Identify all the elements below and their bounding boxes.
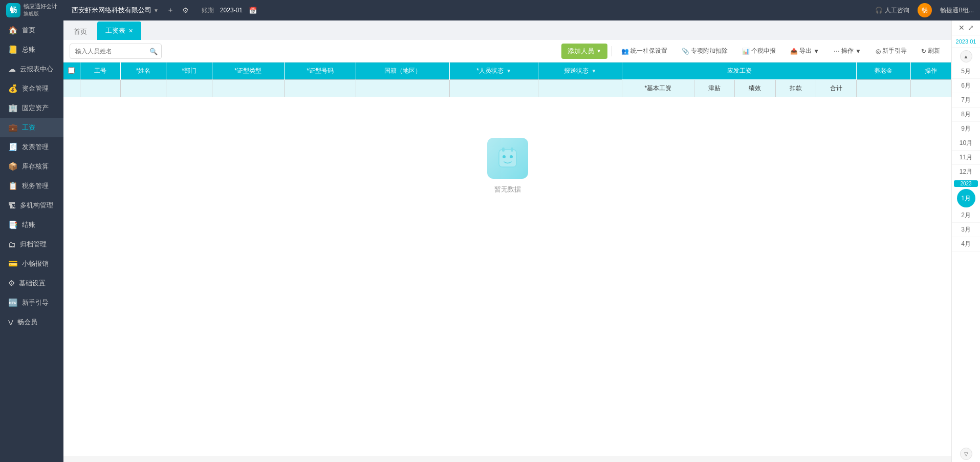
company-selector[interactable]: 西安虾米网络科技有限公司 ▼ [72,6,159,15]
month-item-11月[interactable]: 11月 [952,151,980,165]
inventory-icon: 📦 [8,162,18,171]
sidebar-label-tax: 税务管理 [22,181,49,191]
th-sub-deduction: 扣款 [775,80,816,97]
member-icon: V [8,318,13,327]
month-item-9月[interactable]: 9月 [952,122,980,136]
th-sub-nation [356,80,449,97]
month-item-current-2月[interactable]: 2月 [952,208,980,223]
sidebar-label-home: 首页 [22,26,35,35]
month-item-current-3月[interactable]: 3月 [952,223,980,237]
svg-point-2 [510,155,513,158]
calendar-icon[interactable]: 📅 [249,7,257,14]
right-panel-controls: ✕ ⤢ [952,20,980,35]
sidebar-label-archive: 归档管理 [20,240,47,249]
app-edition: 旗舰版 [24,10,57,17]
table-container[interactable]: 工号 *姓名 *部门 *证型类型 *证型号码 国籍（地区） *人员状态 ▼ 报送… [63,62,951,456]
month-item-5月[interactable]: 5月 [952,65,980,79]
sidebar-item-home[interactable]: 🏠首页 [0,20,63,40]
th-checkbox[interactable] [63,62,80,80]
tab-home[interactable]: 首页 [66,24,95,40]
tax-report-button[interactable]: 📊 个税申报 [737,44,781,59]
sidebar-item-inventory[interactable]: 📦库存核算 [0,157,63,176]
sidebar-item-payroll[interactable]: 💼工资 [0,118,63,137]
toolbar: 🔍 添加人员 ▼ 👥 统一社保设置 📎 专项附加扣除 📊 个税申报 📤 [63,40,951,62]
expand-panel-icon[interactable]: ⤢ [968,24,974,32]
guide-icon: 🆕 [8,298,18,307]
svg-point-1 [503,155,506,158]
close-panel-icon[interactable]: ✕ [959,24,965,32]
closing-icon: 📑 [8,220,18,229]
panel-nav-up-button[interactable]: ▲ [960,50,972,62]
special-deduction-button[interactable]: 📎 专项附加扣除 [677,44,733,59]
archive-icon: 🗂 [8,240,16,249]
th-sub-report-status [538,80,622,97]
panel-nav-down-button[interactable]: ▽ [960,448,972,460]
multi-org-icon: 🏗 [8,201,16,210]
settings-icon[interactable]: ⚙ [180,5,191,16]
th-id-no: *证型号码 [284,62,356,80]
sidebar-item-tax[interactable]: 📋税务管理 [0,176,63,196]
person-status-filter-icon[interactable]: ▼ [506,68,511,74]
search-icon[interactable]: 🔍 [149,47,158,55]
th-sub-total: 合计 [816,80,857,97]
sidebar-item-closing[interactable]: 📑结账 [0,215,63,235]
empty-icon [487,138,528,179]
month-item-8月[interactable]: 8月 [952,108,980,122]
scrollbar-area[interactable] [63,456,951,462]
operations-button[interactable]: ⋯ 操作 ▼ [829,44,866,59]
empty-state: 暂无数据 [63,97,951,235]
refresh-button[interactable]: ↻ 刷新 [916,44,945,59]
sidebar-item-archive[interactable]: 🗂归档管理 [0,235,63,254]
export-button[interactable]: 📤 导出 ▼ [785,44,824,59]
sidebar-item-fund[interactable]: 💰资金管理 [0,79,63,98]
sidebar-label-inventory: 库存核算 [22,162,49,171]
search-input[interactable] [70,44,162,59]
sidebar-item-invoice[interactable]: 🧾发票管理 [0,137,63,157]
th-sub-pension [857,80,910,97]
th-sub-checkbox [63,80,80,97]
guide-icon: ◎ [876,48,881,55]
th-id-type: *证型类型 [212,62,284,80]
sidebar-item-multi-org[interactable]: 🏗多机构管理 [0,196,63,215]
tax-icon: 📊 [742,48,750,55]
month-item-12月[interactable]: 12月 [952,165,980,179]
th-sub-dept [166,80,212,97]
period-value: 2023-01 [220,7,243,14]
month-item-7月[interactable]: 7月 [952,93,980,108]
tab-close-icon[interactable]: ✕ [128,28,133,34]
month-item-6月[interactable]: 6月 [952,79,980,93]
sidebar-item-member[interactable]: V畅会员 [0,312,63,332]
sidebar-item-expense[interactable]: 💳小畅报销 [0,254,63,274]
month-item-current-4月[interactable]: 4月 [952,237,980,251]
search-wrap: 🔍 [70,44,162,59]
guide-button[interactable]: ◎ 新手引导 [870,44,912,59]
select-all-checkbox[interactable] [68,67,75,74]
add-person-button[interactable]: 添加人员 ▼ [561,44,607,59]
th-actions: 操作 [910,62,951,80]
sidebar-label-payroll: 工资 [22,123,35,132]
sidebar-item-settings[interactable]: ⚙基础设置 [0,274,63,293]
sidebar-item-guide[interactable]: 🆕新手引导 [0,293,63,312]
avatar: 畅 [918,3,932,17]
th-sub-performance: 绩效 [735,80,775,97]
month-item-current-1月[interactable]: 1月 [957,189,975,207]
th-pension: 养老金 [857,62,910,80]
toolbar-separator [612,46,612,56]
tab-payroll-table[interactable]: 工资表 ✕ [97,22,141,40]
expense-icon: 💳 [8,259,18,268]
social-security-button[interactable]: 👥 统一社保设置 [616,44,672,59]
report-status-filter-icon[interactable]: ▼ [591,68,596,74]
month-list: 5月6月7月8月9月10月11月12月20231月2月3月4月 [952,65,980,446]
social-security-icon: 👥 [621,48,629,55]
sidebar-item-cloud-report[interactable]: ☁云报表中心 [0,59,63,79]
export-chevron-icon: ▼ [813,48,819,55]
content-area: 首页 工资表 ✕ 🔍 添加人员 ▼ 👥 统一社保设置 � [63,20,951,462]
service-button[interactable]: 🎧 人工咨询 [875,6,909,15]
main-layout: 🏠首页📒总账☁云报表中心💰资金管理🏢固定资产💼工资🧾发票管理📦库存核算📋税务管理… [0,20,980,462]
month-item-10月[interactable]: 10月 [952,136,980,151]
sidebar-item-fixed-assets[interactable]: 🏢固定资产 [0,98,63,118]
add-icon[interactable]: ＋ [165,5,176,16]
th-nation: 国籍（地区） [356,62,449,80]
chevron-down-icon: ▼ [154,8,159,13]
sidebar-item-ledger[interactable]: 📒总账 [0,40,63,59]
